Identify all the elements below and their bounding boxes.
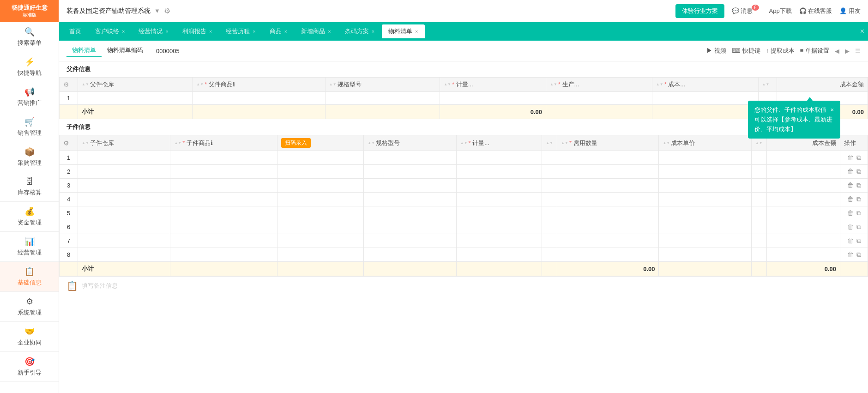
child-cell-product-6[interactable]	[170, 220, 277, 234]
sort-parent-warehouse[interactable]: ▲▼	[82, 83, 89, 86]
child-cell-costamt-4[interactable]	[766, 193, 840, 206]
child-cell-product-4[interactable]	[170, 193, 277, 206]
nav-tab-7[interactable]: 条码方案×	[338, 24, 381, 38]
child-delete-icon-2[interactable]: 🗑	[847, 168, 854, 175]
scan-input-btn[interactable]: 扫码录入	[281, 138, 311, 148]
app-download-link[interactable]: App下载	[769, 7, 792, 15]
sort-child-spec[interactable]: ▲▼	[368, 141, 375, 145]
child-cell-scan-1[interactable]	[277, 151, 364, 165]
child-delete-icon-8[interactable]: 🗑	[847, 251, 854, 259]
child-cell-reqqty-7[interactable]	[557, 234, 659, 248]
child-cell-extra-7[interactable]	[542, 234, 557, 248]
nav-tab-1[interactable]: 客户联络×	[89, 24, 131, 38]
child-cell-warehouse-6[interactable]	[78, 220, 170, 234]
nav-tab-6[interactable]: 新增商品×	[295, 24, 337, 38]
child-cell-reqqty-6[interactable]	[557, 220, 659, 234]
child-copy-icon-5[interactable]: ⧉	[856, 209, 861, 217]
child-cell-costamt-3[interactable]	[766, 179, 840, 193]
sort-child-unit-cost[interactable]: ▲▼	[663, 141, 670, 145]
child-cell-qty-6[interactable]	[456, 220, 542, 234]
child-cell-product-2[interactable]	[170, 165, 277, 179]
parent-cell-warehouse-1[interactable]	[78, 92, 193, 105]
child-cell-extra-3[interactable]	[542, 179, 557, 193]
child-cell-reqqty-4[interactable]	[557, 193, 659, 206]
child-cell-cost2-1[interactable]	[751, 151, 766, 165]
child-cell-scan-6[interactable]	[277, 220, 364, 234]
child-copy-icon-1[interactable]: ⧉	[856, 154, 861, 162]
child-cell-extra-2[interactable]	[542, 165, 557, 179]
nav-tab-close-4[interactable]: ×	[253, 29, 255, 34]
parent-cell-qty-1[interactable]	[440, 92, 546, 105]
child-cell-spec-1[interactable]	[364, 151, 456, 165]
child-delete-icon-4[interactable]: 🗑	[847, 195, 854, 203]
child-cell-costamt-6[interactable]	[766, 220, 840, 234]
child-cell-qty-4[interactable]	[456, 193, 542, 206]
sub-tab-code[interactable]: 物料清单编码	[102, 44, 149, 57]
child-table-settings-icon[interactable]: ⚙	[63, 139, 69, 147]
child-cell-extra-5[interactable]	[542, 206, 557, 220]
child-delete-icon-7[interactable]: 🗑	[847, 237, 854, 245]
child-cell-spec-8[interactable]	[364, 248, 456, 262]
child-cell-warehouse-1[interactable]	[78, 151, 170, 165]
child-cell-costamt-8[interactable]	[766, 248, 840, 262]
child-cell-spec-6[interactable]	[364, 220, 456, 234]
extract-cost-action[interactable]: ↑ 提取成本	[766, 47, 795, 55]
child-cell-extra-1[interactable]	[542, 151, 557, 165]
topbar-dropdown-icon[interactable]: ▼	[154, 7, 160, 14]
parent-cell-spec-1[interactable]	[325, 92, 440, 105]
child-cell-spec-5[interactable]	[364, 206, 456, 220]
sort-child-cost2[interactable]: ▲▼	[755, 141, 763, 145]
child-cell-cost2-5[interactable]	[751, 206, 766, 220]
nav-tab-close-6[interactable]: ×	[328, 29, 331, 34]
sort-parent-extra[interactable]: ▲▼	[762, 83, 770, 86]
child-cell-product-5[interactable]	[170, 206, 277, 220]
sort-child-product[interactable]: ▲▼	[174, 141, 181, 145]
child-copy-icon-8[interactable]: ⧉	[856, 251, 861, 259]
nav-tab-close-3[interactable]: ×	[209, 29, 212, 34]
child-cell-warehouse-3[interactable]	[78, 179, 170, 193]
child-cell-costamt-5[interactable]	[766, 206, 840, 220]
child-cell-costamt-2[interactable]	[766, 165, 840, 179]
sort-child-required-qty[interactable]: ▲▼	[561, 141, 568, 145]
sort-parent-spec[interactable]: ▲▼	[329, 83, 337, 86]
child-cell-warehouse-5[interactable]	[78, 206, 170, 220]
sidebar-item-企业协同[interactable]: 🤝企业协同	[0, 322, 59, 352]
sidebar-item-搜索菜单[interactable]: 🔍搜索菜单	[0, 22, 59, 52]
tooltip-close-icon[interactable]: ×	[830, 105, 834, 115]
child-cell-unitcost-4[interactable]	[659, 193, 751, 206]
child-cell-extra-6[interactable]	[542, 220, 557, 234]
nav-tab-5[interactable]: 商品×	[263, 24, 294, 38]
sort-child-qty[interactable]: ▲▼	[460, 141, 468, 145]
child-cell-qty-5[interactable]	[456, 206, 542, 220]
sidebar-item-营销推广[interactable]: 📢营销推广	[0, 82, 59, 112]
nav-tab-4[interactable]: 经营历程×	[219, 24, 262, 38]
parent-cell-product-1[interactable]	[193, 92, 325, 105]
trial-btn[interactable]: 体验行业方案	[675, 4, 724, 18]
message-area[interactable]: 💬 消息 6	[732, 7, 762, 15]
close-all-tabs[interactable]: ×	[860, 27, 864, 36]
sidebar-item-经营管理[interactable]: 📊经营管理	[0, 232, 59, 262]
child-cell-unitcost-8[interactable]	[659, 248, 751, 262]
child-cell-cost2-8[interactable]	[751, 248, 766, 262]
child-cell-spec-2[interactable]	[364, 165, 456, 179]
child-cell-qty-1[interactable]	[456, 151, 542, 165]
nav-tab-0[interactable]: 首页	[63, 24, 88, 38]
sort-parent-cost[interactable]: ▲▼	[656, 83, 663, 86]
sidebar-item-采购管理[interactable]: 📦采购管理	[0, 142, 59, 172]
child-delete-icon-6[interactable]: 🗑	[847, 223, 854, 231]
child-cell-scan-8[interactable]	[277, 248, 364, 262]
nav-left-icon[interactable]: ◀	[835, 48, 839, 54]
single-settings-action[interactable]: ≡ 单据设置	[800, 47, 829, 55]
child-cell-unitcost-6[interactable]	[659, 220, 751, 234]
sort-parent-product[interactable]: ▲▼	[196, 83, 204, 86]
nav-right-icon[interactable]: ▶	[845, 48, 850, 54]
nav-tab-close-5[interactable]: ×	[284, 29, 287, 34]
child-cell-warehouse-8[interactable]	[78, 248, 170, 262]
child-copy-icon-2[interactable]: ⧉	[856, 168, 861, 175]
child-cell-reqqty-2[interactable]	[557, 165, 659, 179]
child-cell-qty-7[interactable]	[456, 234, 542, 248]
child-cell-reqqty-1[interactable]	[557, 151, 659, 165]
child-cell-scan-4[interactable]	[277, 193, 364, 206]
nav-tab-8[interactable]: 物料清单×	[382, 24, 424, 38]
online-support-link[interactable]: 🎧 在线客服	[799, 7, 832, 15]
